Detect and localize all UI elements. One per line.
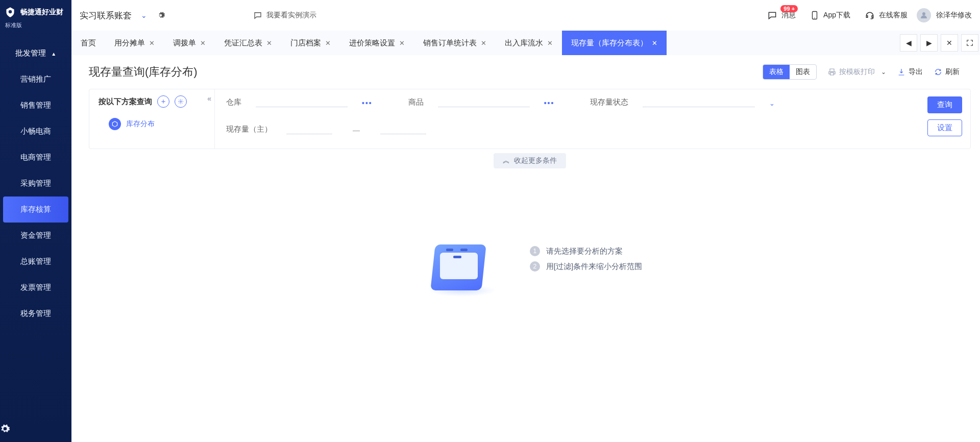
view-toggle: 表格 图表: [763, 64, 817, 80]
print-button[interactable]: 按模板打印 ⌄: [828, 67, 886, 77]
filter-stock-qty: 现存量（主） —: [226, 121, 426, 134]
tab-label: 销售订单统计表: [423, 38, 477, 48]
sidebar-item[interactable]: 发票管理: [0, 275, 71, 301]
printer-icon: [828, 68, 836, 76]
step-number-icon: 1: [530, 246, 540, 256]
phone-icon: [810, 11, 819, 20]
sidebar-item[interactable]: 销售管理: [0, 92, 71, 118]
online-service-button[interactable]: 在线客服: [865, 10, 908, 20]
tabbar: 首页 用分摊单✕ 调拨单✕ 凭证汇总表✕ 门店档案✕ 进价策略设置✕ 销售订单统…: [71, 31, 980, 55]
svg-point-2: [814, 18, 815, 19]
sidebar-item[interactable]: 总账管理: [0, 249, 71, 275]
tab[interactable]: 进价策略设置✕: [340, 31, 414, 55]
empty-step-2: 2 用[过滤]条件来缩小分析范围: [530, 261, 642, 272]
tab-label: 进价策略设置: [349, 38, 395, 48]
caret-up-icon: ▲: [51, 51, 56, 57]
close-icon[interactable]: ✕: [266, 39, 272, 47]
tab[interactable]: 门店档案✕: [281, 31, 340, 55]
tab[interactable]: 调拨单✕: [164, 31, 215, 55]
fold-conditions-button[interactable]: ︽ 收起更多条件: [494, 153, 566, 168]
tab-home[interactable]: 首页: [71, 31, 105, 55]
close-icon[interactable]: ✕: [325, 39, 331, 47]
scheme-item[interactable]: 库存分布: [109, 118, 209, 130]
sidebar-item[interactable]: 小畅电商: [0, 118, 71, 144]
sidebar-section[interactable]: 批发管理 ▲: [0, 40, 71, 66]
range-separator: —: [347, 126, 366, 134]
collapse-left-icon[interactable]: «: [207, 94, 211, 103]
account-set-name: 实习联系账套: [80, 10, 132, 21]
add-scheme-button[interactable]: ＋: [157, 95, 169, 108]
empty-illustration: [418, 218, 504, 300]
brand-name: 畅捷通好业财: [20, 8, 63, 17]
tab-label: 调拨单: [173, 38, 196, 48]
tab[interactable]: 销售订单统计表✕: [414, 31, 496, 55]
stock-qty-from-input[interactable]: [286, 121, 332, 134]
sidebar-item[interactable]: 营销推广: [0, 66, 71, 92]
stock-status-input[interactable]: [643, 94, 755, 107]
gear-icon[interactable]: [156, 11, 165, 20]
close-icon[interactable]: ✕: [149, 39, 155, 47]
sidebar-item[interactable]: 电商管理: [0, 144, 71, 170]
topbar: 实习联系账套 ⌄ 我要看实例演示 消息 99 + App下载: [71, 0, 980, 31]
tabs-close-all[interactable]: ✕: [941, 34, 958, 52]
stock-qty-to-input[interactable]: [380, 121, 426, 134]
sidebar-item-label: 销售管理: [20, 101, 51, 109]
tabs-fullscreen[interactable]: [961, 34, 978, 52]
tab-label: 凭证汇总表: [224, 38, 262, 48]
tab[interactable]: 凭证汇总表✕: [215, 31, 281, 55]
username[interactable]: 徐泽华修改: [936, 11, 972, 20]
sidebar-item-label: 总账管理: [20, 257, 51, 265]
close-icon[interactable]: ✕: [547, 39, 553, 47]
account-set-selector[interactable]: 实习联系账套 ⌄: [80, 10, 233, 21]
filter-stock-status: 现存量状态 ⌄: [590, 94, 775, 107]
sidebar-item-label: 库存核算: [20, 205, 51, 213]
tab-active[interactable]: 现存量（库存分布表）✕: [562, 31, 667, 55]
more-icon[interactable]: •••: [362, 99, 373, 107]
view-toggle-chart[interactable]: 图表: [790, 65, 816, 79]
page-title: 现存量查询(库存分布): [89, 64, 198, 80]
close-icon[interactable]: ✕: [200, 39, 206, 47]
more-icon[interactable]: •••: [544, 99, 555, 107]
query-actions: 查询 设置: [919, 89, 970, 149]
demo-link-label: 我要看实例演示: [266, 11, 316, 20]
tab[interactable]: 用分摊单✕: [105, 31, 164, 55]
tab-label: 用分摊单: [114, 38, 145, 48]
avatar[interactable]: [917, 8, 931, 22]
warehouse-input[interactable]: [256, 94, 348, 107]
filter-settings-button[interactable]: 设置: [927, 119, 962, 136]
sidebar-item[interactable]: 资金管理: [0, 223, 71, 249]
chevron-down-icon: ⌄: [881, 68, 886, 76]
tabs-scroll-right[interactable]: ▶: [920, 34, 938, 52]
tab-label: 出入库流水: [505, 38, 543, 48]
view-toggle-table[interactable]: 表格: [763, 65, 790, 79]
empty-state: 1 请先选择要分析的方案 2 用[过滤]条件来缩小分析范围: [89, 175, 971, 343]
close-icon[interactable]: ✕: [652, 39, 657, 47]
scheme-title: 按以下方案查询: [99, 97, 152, 107]
sidebar-item[interactable]: 税务管理: [0, 301, 71, 327]
message-badge: 99 +: [780, 5, 798, 12]
filter-label: 现存量（主）: [226, 125, 272, 134]
demo-link[interactable]: 我要看实例演示: [253, 11, 316, 20]
scheme-settings-button[interactable]: [175, 95, 187, 108]
close-icon[interactable]: ✕: [399, 39, 405, 47]
sidebar-item[interactable]: 采购管理: [0, 170, 71, 197]
app-download-button[interactable]: App下载: [810, 11, 850, 20]
print-label: 按模板打印: [839, 67, 875, 77]
tab-label: 门店档案: [290, 38, 321, 48]
chevron-down-icon[interactable]: ⌄: [769, 100, 775, 107]
tab[interactable]: 出入库流水✕: [496, 31, 562, 55]
close-icon[interactable]: ✕: [481, 39, 486, 47]
messages-button[interactable]: 消息 99 +: [767, 10, 796, 20]
product-input[interactable]: [438, 94, 530, 107]
filter-label: 现存量状态: [590, 97, 628, 107]
cube-icon: [109, 118, 121, 130]
sidebar-item-active[interactable]: 库存核算: [3, 197, 68, 223]
empty-step-1: 1 请先选择要分析的方案: [530, 246, 642, 256]
export-icon: [897, 68, 905, 76]
svg-point-4: [180, 101, 182, 103]
search-button[interactable]: 查询: [927, 96, 962, 113]
tabs-scroll-left[interactable]: ◀: [900, 34, 917, 52]
page-header: 现存量查询(库存分布) 表格 图表 按模板打印 ⌄ 导出 刷新: [89, 64, 971, 80]
refresh-button[interactable]: 刷新: [934, 67, 960, 77]
export-button[interactable]: 导出: [897, 67, 923, 77]
